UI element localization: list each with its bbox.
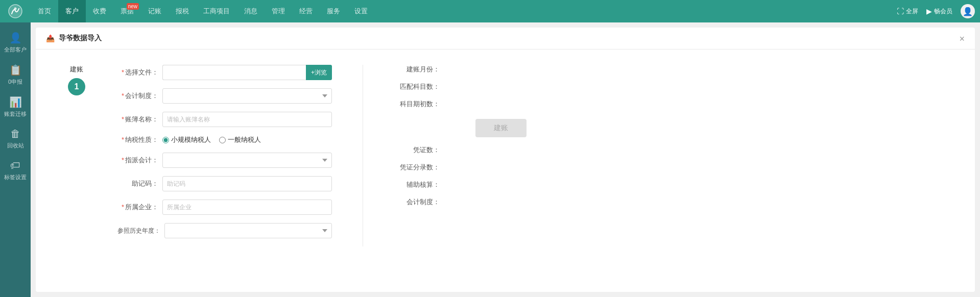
app-logo[interactable] [5,1,26,21]
file-label: *选择文件： [117,68,158,77]
nav-bookkeeping[interactable]: 记账 [141,0,169,22]
file-input-wrap: +浏览 [162,65,332,80]
tax-type-label: *纳税性质： [117,135,158,144]
sidebar-item-recycle[interactable]: 🗑 回收站 [0,124,31,154]
form-right: 建账月份： 匹配科目数： 科目期初数： 建账 凭证数： [394,65,608,246]
form-left: *选择文件： +浏览 *会计制度： [117,65,332,246]
match-subjects-row: 匹配科目数： [394,82,608,91]
nav-billing[interactable]: 收费 [86,0,113,22]
build-month-row: 建账月份： [394,65,608,74]
history-year-row: 参照历史年度： [117,223,332,238]
nav-settings[interactable]: 设置 [347,0,375,22]
accounting-system-label: *会计制度： [117,91,158,101]
auxiliary-label: 辅助核算： [394,180,440,189]
voucher-count-label: 凭证数： [394,145,440,155]
voucher-entries-row: 凭证分录数： [394,163,608,172]
right-accounting-system-label: 会计制度： [394,197,440,207]
radio-small-taxpayer[interactable]: 小规模纳税人 [162,135,211,144]
memo-code-row: 助记码： [117,176,332,191]
sidebar: 👤 全部客户 📋 0申报 📊 账套迁移 🗑 回收站 🏷 标签设置 [0,22,31,297]
file-input[interactable] [162,65,306,80]
page-container: 📤 导爷数据导入 × 建账 1 *选择文件： +浏览 [36,28,975,292]
nav-business[interactable]: 工商项目 [196,0,237,22]
svg-point-1 [14,8,17,10]
nav-tax[interactable]: 报税 [169,0,196,22]
file-row: *选择文件： +浏览 [117,65,332,80]
page-title: 导爷数据导入 [59,34,102,43]
history-year-label: 参照历史年度： [117,227,160,235]
page-header: 📤 导爷数据导入 × [36,28,975,50]
migration-icon: 📊 [9,96,22,108]
accountant-label: *指派会计： [117,156,158,165]
build-btn-wrap: 建账 [394,119,608,137]
accounting-system-select[interactable] [162,88,332,104]
tax-type-radio-group: 小规模纳税人 一般纳税人 [162,135,332,144]
nav-customers[interactable]: 客户 [58,0,86,22]
navbar: 首页 客户 收费 票据 new 记账 报税 工商项目 消息 管理 经营 服务 设… [0,0,980,22]
form-area: 建账 1 *选择文件： +浏览 *会计 [36,50,975,262]
match-subjects-label: 匹配科目数： [394,82,440,91]
avatar[interactable]: 👤 [961,4,975,18]
sidebar-item-customers[interactable]: 👤 全部客户 [0,28,31,58]
company-input[interactable] [162,200,332,215]
step-circle: 1 [68,78,85,95]
nav-invoices[interactable]: 票据 new [113,0,141,22]
radio-general-taxpayer[interactable]: 一般纳税人 [219,135,261,144]
opening-balance-label: 科目期初数： [394,100,440,109]
memo-code-label: 助记码： [117,179,158,188]
member-btn[interactable]: ▶ 畅会员 [926,7,952,16]
customers-icon: 👤 [9,32,22,44]
nav-services[interactable]: 服务 [320,0,347,22]
tax-type-row: *纳税性质： 小规模纳税人 一般纳税人 [117,135,332,144]
opening-balance-row: 科目期初数： [394,100,608,109]
nav-messages[interactable]: 消息 [237,0,265,22]
declaration-icon: 📋 [9,64,22,76]
book-name-row: *账簿名称： [117,112,332,127]
voucher-entries-label: 凭证分录数： [394,163,440,172]
close-button[interactable]: × [959,34,965,44]
main-content: 📤 导爷数据导入 × 建账 1 *选择文件： +浏览 [31,22,980,297]
voucher-count-row: 凭证数： [394,145,608,155]
browse-button[interactable]: +浏览 [306,65,332,80]
company-row: *所属企业： [117,200,332,215]
accounting-system-row: *会计制度： [117,88,332,104]
new-badge: new [127,3,139,10]
recycle-icon: 🗑 [10,128,20,140]
memo-code-input[interactable] [162,176,332,191]
accountant-row: *指派会计： [117,153,332,168]
sidebar-item-tags[interactable]: 🏷 标签设置 [0,156,31,185]
nav-home[interactable]: 首页 [31,0,58,22]
history-year-select[interactable] [164,223,332,238]
fullscreen-btn[interactable]: ⛶ 全屏 [897,7,918,16]
nav-manage[interactable]: 管理 [265,0,292,22]
auxiliary-row: 辅助核算： [394,180,608,189]
sidebar-item-declaration[interactable]: 📋 0申报 [0,60,31,90]
build-account-button[interactable]: 建账 [475,119,527,137]
step-section: 建账 1 [56,65,97,246]
company-label: *所属企业： [117,203,158,212]
step-label: 建账 [70,65,83,74]
navbar-right: ⛶ 全屏 ▶ 畅会员 👤 [897,4,975,18]
accountant-select[interactable] [162,153,332,168]
right-accounting-system-row: 会计制度： [394,197,608,207]
title-icon: 📤 [46,34,55,42]
sidebar-item-migration[interactable]: 📊 账套迁移 [0,92,31,122]
book-name-label: *账簿名称： [117,115,158,124]
form-divider [363,65,363,246]
book-name-input[interactable] [162,112,332,127]
nav-operations[interactable]: 经营 [292,0,320,22]
tags-icon: 🏷 [10,160,20,171]
build-month-label: 建账月份： [394,65,440,74]
